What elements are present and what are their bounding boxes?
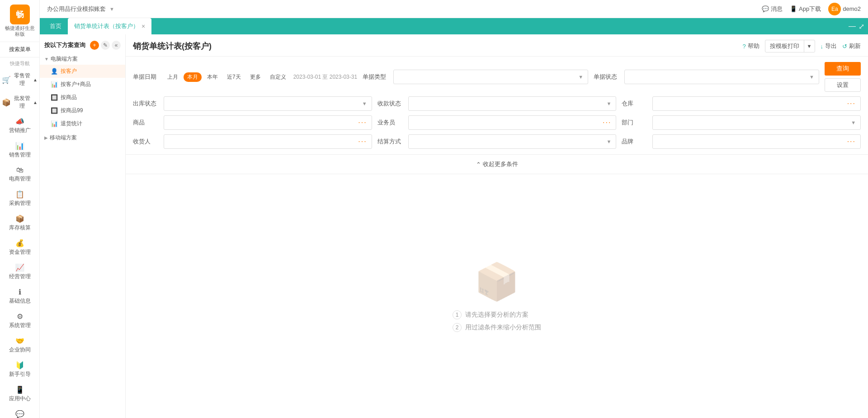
out-status-select[interactable]: ▼ xyxy=(164,96,372,111)
tab-minimize-btn[interactable]: — xyxy=(849,22,856,30)
lp-edit-btn[interactable]: ✎ xyxy=(101,41,110,50)
tab-maximize-btn[interactable]: ⤢ xyxy=(859,22,864,31)
tip-num-1: 1 xyxy=(453,310,462,319)
tree-item-by-customer[interactable]: 👤 按客户 xyxy=(40,65,125,78)
sidebar-item-marketing[interactable]: 📣 营销推广 xyxy=(0,114,39,138)
query-btn[interactable]: 查询 xyxy=(825,62,861,76)
sidebar-item-operation-label: 经营管理 xyxy=(9,273,31,280)
dept-select[interactable]: ▼ xyxy=(652,115,861,130)
sidebar-item-enterprise-label: 企业协同 xyxy=(9,346,31,354)
by-goods-99-icon: 🔲 xyxy=(51,107,58,114)
print-main-btn[interactable]: 按模板打印 xyxy=(765,40,804,52)
by-customer-goods-icon: 📊 xyxy=(51,81,58,88)
breadcrumb-dropdown[interactable]: ▼ xyxy=(109,6,114,12)
sidebar-item-newbie[interactable]: 🔰 新手引导 xyxy=(0,357,39,382)
sidebar-item-inventory[interactable]: 📦 库存核算 xyxy=(0,211,39,235)
sidebar-item-ecommerce[interactable]: 🛍 电商管理 xyxy=(0,162,39,186)
search-menu-label[interactable]: 搜索菜单 xyxy=(9,46,31,52)
refresh-btn[interactable]: ↺ 刷新 xyxy=(842,42,861,50)
warehouse-dots[interactable]: ··· xyxy=(847,100,856,108)
brand-select[interactable]: ··· xyxy=(652,134,861,149)
app-download-btn[interactable]: 📱 App下载 xyxy=(790,5,821,13)
tree-desktop-label[interactable]: ▼ 电脑端方案 xyxy=(40,53,125,65)
tab-close-icon[interactable]: × xyxy=(142,23,145,30)
date-shortcuts: 上月 本月 本年 近7天 更多 自定义 2023-03-01 至 2023-03… xyxy=(164,72,357,82)
refresh-icon: ↺ xyxy=(842,43,847,50)
receiver-select[interactable]: ··· xyxy=(164,134,372,149)
tab-sales-stat[interactable]: 销货单统计表（按客户） × xyxy=(68,18,151,34)
sidebar-item-sales[interactable]: 📊 销售管理 xyxy=(0,138,39,162)
collect-status-label: 收款状态 xyxy=(377,100,403,108)
this-year-btn[interactable]: 本年 xyxy=(203,72,222,82)
right-panel: 销货单统计表(按客户) ? 帮助 按模板打印 ▼ ↓ 导出 xyxy=(126,34,868,418)
payment-select[interactable]: ▼ xyxy=(408,134,617,149)
tip-num-2: 2 xyxy=(453,323,462,332)
breadcrumb-area: 办公用品行业模拟账套 ▼ xyxy=(47,5,114,13)
sidebar-item-inventory-label: 库存核算 xyxy=(9,224,31,232)
tree-item-return-stat[interactable]: 📊 退货统计 xyxy=(40,117,125,130)
salesperson-dots[interactable]: ··· xyxy=(603,119,611,127)
prev-month-btn[interactable]: 上月 xyxy=(164,72,182,82)
sidebar-item-operation[interactable]: 📈 经营管理 xyxy=(0,260,39,284)
collapse-more-btn[interactable]: ⌃ 收起更多条件 xyxy=(471,158,524,170)
goods-dots[interactable]: ··· xyxy=(358,119,367,127)
app-label: App下载 xyxy=(799,5,821,13)
warehouse-select[interactable]: ··· xyxy=(652,96,861,111)
warehouse-label: 仓库 xyxy=(622,100,647,108)
sidebar-item-system[interactable]: ⚙ 系统管理 xyxy=(0,309,39,333)
tree-item-by-goods[interactable]: 🔲 按商品 xyxy=(40,91,125,104)
more-btn[interactable]: 更多 xyxy=(246,72,264,82)
top-header: 办公用品行业模拟账套 ▼ 💬 消息 📱 App下载 Ea demo2 xyxy=(40,0,868,18)
tree-mobile-label[interactable]: ▶ 移动端方案 xyxy=(40,132,125,143)
doc-status-arrow: ▼ xyxy=(809,74,814,80)
sidebar-item-marketing-label: 营销推广 xyxy=(9,127,31,134)
doc-status-select[interactable]: ▼ xyxy=(624,70,819,84)
payment-arrow: ▼ xyxy=(606,139,611,144)
tree-item-by-goods-99[interactable]: 🔲 按商品99 xyxy=(40,104,125,117)
sidebar-item-retail[interactable]: 🛒 零售管理 ▲ xyxy=(0,68,39,91)
receiver-dots[interactable]: ··· xyxy=(358,138,367,146)
sidebar-item-enterprise[interactable]: 🤝 企业协同 xyxy=(0,333,39,357)
tree-item-by-customer-goods[interactable]: 📊 按客户+商品 xyxy=(40,78,125,91)
tip-text-1: 请先选择要分析的方案 xyxy=(465,311,528,319)
collapse-row: ⌃ 收起更多条件 xyxy=(126,155,868,174)
this-month-btn[interactable]: 本月 xyxy=(184,72,202,82)
collect-status-select[interactable]: ▼ xyxy=(408,96,617,111)
last7-btn[interactable]: 近7天 xyxy=(223,72,245,82)
sidebar-item-apps[interactable]: 📱 应用中心 xyxy=(0,382,39,406)
tab-home[interactable]: 首页 xyxy=(43,18,68,34)
message-btn[interactable]: 💬 消息 xyxy=(762,5,783,13)
lp-add-btn[interactable]: + xyxy=(90,41,99,50)
doc-type-arrow: ▼ xyxy=(578,74,583,80)
collapse-icon: ⌃ xyxy=(476,161,481,168)
sidebar-item-purchase[interactable]: 📋 采购管理 xyxy=(0,186,39,211)
return-stat-label: 退货统计 xyxy=(61,120,82,128)
receiver-label: 收货人 xyxy=(133,138,158,146)
by-goods-99-label: 按商品99 xyxy=(61,107,83,114)
lp-collapse-btn[interactable]: « xyxy=(112,41,121,50)
sales-icon: 📊 xyxy=(15,142,24,150)
brand-dots[interactable]: ··· xyxy=(847,138,856,146)
sidebar-item-wechat[interactable]: 💬 企业微信 xyxy=(0,406,39,418)
sidebar-item-basic[interactable]: ℹ 基础信息 xyxy=(0,284,39,309)
sidebar: 畅 畅捷通好生意 标版 搜索菜单 快捷导航 🛒 零售管理 ▲ 📦 批发管理 ▲ … xyxy=(0,0,40,418)
sidebar-item-finance[interactable]: 💰 资金管理 xyxy=(0,235,39,260)
print-arrow-btn[interactable]: ▼ xyxy=(804,42,815,51)
export-btn[interactable]: ↓ 导出 xyxy=(821,42,837,50)
goods-select[interactable]: ··· xyxy=(164,115,372,130)
settings-btn[interactable]: 设置 xyxy=(825,78,861,92)
custom-btn[interactable]: 自定义 xyxy=(266,72,290,82)
retail-icon: 🛒 xyxy=(2,76,11,84)
help-btn[interactable]: ? 帮助 xyxy=(742,42,759,50)
content-area: 按以下方案查询 + ✎ « ▼ 电脑端方案 👤 按客户 📊 xyxy=(40,34,868,418)
sidebar-item-wholesale[interactable]: 📦 批发管理 ▲ xyxy=(0,91,39,114)
left-panel-title-text: 按以下方案查询 xyxy=(44,41,85,49)
user-menu[interactable]: Ea demo2 xyxy=(828,3,861,15)
salesperson-select[interactable]: ··· xyxy=(408,115,617,130)
print-btn-group: 按模板打印 ▼ xyxy=(765,40,815,52)
search-menu[interactable]: 搜索菜单 xyxy=(0,42,39,57)
salesperson-label: 业务员 xyxy=(377,119,403,127)
filter-row-2: 出库状态 ▼ 收款状态 ▼ 仓库 ··· xyxy=(133,96,861,111)
doc-type-select[interactable]: ▼ xyxy=(393,70,588,84)
by-customer-goods-label: 按客户+商品 xyxy=(61,81,91,88)
